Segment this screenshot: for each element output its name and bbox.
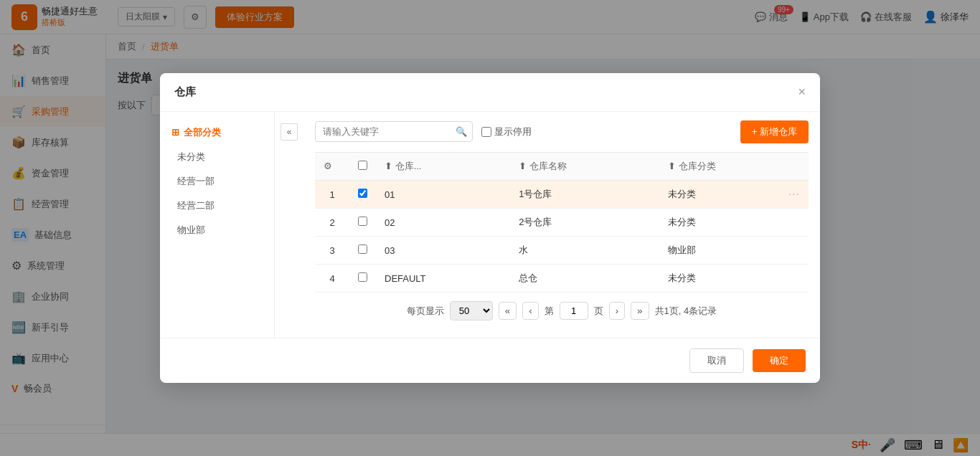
page-number-input[interactable] — [560, 302, 588, 320]
row-index: 3 — [315, 237, 349, 265]
row-name: 总仓 — [510, 265, 659, 293]
col-header-category: ⬆ 仓库分类 — [659, 152, 809, 180]
gear-icon: ⚙ — [324, 161, 332, 171]
dialog-title: 仓库 — [174, 85, 196, 99]
category-item-ops1[interactable]: 经营一部 — [160, 169, 274, 194]
row-index: 4 — [315, 265, 349, 293]
table-row[interactable]: 4 DEFAULT 总仓 未分类 — [315, 265, 809, 293]
sort-icon-cat: ⬆ — [668, 161, 676, 171]
cancel-button[interactable]: 取消 — [689, 348, 744, 373]
dialog-body: ⊞ 全部分类 未分类 经营一部 经营二部 物业部 « 🔍 — [160, 112, 820, 338]
category-item-ops2[interactable]: 经营二部 — [160, 194, 274, 218]
all-category-item[interactable]: ⊞ 全部分类 — [160, 120, 274, 145]
row-index: 2 — [315, 209, 349, 237]
row-category: 未分类 — [659, 209, 809, 237]
row-category: 未分类 — [659, 265, 809, 293]
first-page-button[interactable]: « — [499, 302, 517, 320]
pagination: 每页显示 50 20 100 « ‹ 第 页 › » 共1页, 4条记录 — [315, 293, 809, 329]
collapse-button[interactable]: « — [281, 123, 298, 141]
row-more-button[interactable]: ··· — [788, 188, 800, 201]
show-disabled-checkbox[interactable] — [481, 127, 491, 137]
row-checkbox-cell — [349, 209, 376, 237]
sort-icon: ⬆ — [385, 161, 392, 171]
table-header-row: ⚙ ⬆ 仓库... ⬆ — [315, 152, 809, 180]
search-bar: 🔍 显示停用 + 新增仓库 — [315, 120, 809, 143]
row-name: 1号仓库 — [510, 180, 659, 209]
col-header-name: ⬆ 仓库名称 — [510, 152, 659, 180]
next-page-button[interactable]: › — [609, 302, 625, 320]
table-row[interactable]: 1 01 1号仓库 未分类 ··· — [315, 180, 809, 209]
total-info: 共1页, 4条记录 — [655, 305, 717, 318]
confirm-button[interactable]: 确定 — [753, 349, 806, 372]
row-category: 物业部 — [659, 237, 809, 265]
row-index: 1 — [315, 180, 349, 209]
dialog-header: 仓库 × — [160, 73, 820, 112]
search-input[interactable] — [315, 121, 473, 142]
search-icon[interactable]: 🔍 — [456, 126, 467, 137]
row-checkbox[interactable] — [358, 189, 367, 198]
row-category: 未分类 ··· — [659, 181, 809, 209]
collapse-area: « — [275, 112, 303, 338]
table-panel: 🔍 显示停用 + 新增仓库 ⚙ — [303, 112, 820, 338]
per-page-select[interactable]: 50 20 100 — [450, 301, 493, 320]
row-code: 02 — [376, 209, 510, 237]
col-header-gear: ⚙ — [315, 152, 349, 180]
row-code: DEFAULT — [376, 265, 510, 293]
table-container: ⚙ ⬆ 仓库... ⬆ — [315, 152, 809, 293]
prev-page-button[interactable]: ‹ — [522, 302, 538, 320]
sort-icon-name: ⬆ — [519, 161, 527, 171]
category-item-property[interactable]: 物业部 — [160, 218, 274, 242]
category-item-none[interactable]: 未分类 — [160, 145, 274, 169]
row-checkbox[interactable] — [358, 272, 367, 282]
table-row[interactable]: 3 03 水 物业部 — [315, 237, 809, 265]
row-checkbox[interactable] — [358, 244, 367, 254]
row-name: 2号仓库 — [510, 209, 659, 237]
row-name: 水 — [510, 237, 659, 265]
col-header-check — [349, 152, 376, 180]
warehouse-dialog: 仓库 × ⊞ 全部分类 未分类 经营一部 经营二部 物业部 « — [160, 73, 820, 384]
add-warehouse-button[interactable]: + 新增仓库 — [740, 120, 809, 143]
row-checkbox-cell — [349, 265, 376, 293]
table-row[interactable]: 2 02 2号仓库 未分类 — [315, 209, 809, 237]
last-page-button[interactable]: » — [631, 302, 649, 320]
select-all-checkbox[interactable] — [358, 161, 367, 170]
search-wrap: 🔍 — [315, 121, 473, 142]
show-disabled-label[interactable]: 显示停用 — [481, 125, 532, 138]
row-code: 03 — [376, 237, 510, 265]
dialog-close-button[interactable]: × — [798, 85, 806, 100]
row-checkbox-cell — [349, 180, 376, 209]
row-checkbox-cell — [349, 237, 376, 265]
category-panel: ⊞ 全部分类 未分类 经营一部 经营二部 物业部 — [160, 112, 275, 338]
row-checkbox[interactable] — [358, 217, 367, 226]
dialog-overlay: 仓库 × ⊞ 全部分类 未分类 经营一部 经营二部 物业部 « — [0, 0, 980, 456]
grid-icon: ⊞ — [171, 127, 179, 138]
warehouse-table: ⚙ ⬆ 仓库... ⬆ — [315, 152, 809, 293]
dialog-footer: 取消 确定 — [160, 338, 820, 383]
row-code: 01 — [376, 180, 510, 209]
col-header-code: ⬆ 仓库... — [376, 152, 510, 180]
